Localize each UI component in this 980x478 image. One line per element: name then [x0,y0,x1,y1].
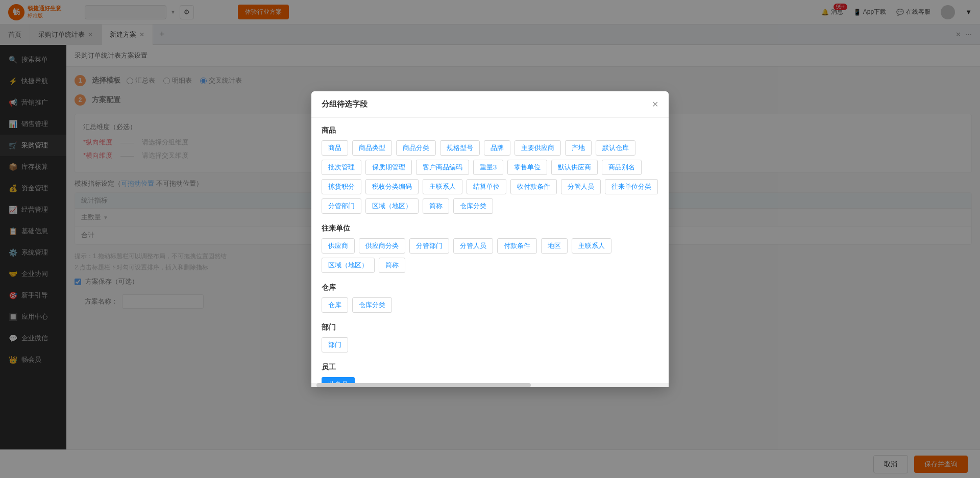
warehouse-fields-grid: 仓库 仓库分类 [322,297,658,313]
field-supplier-category[interactable]: 供应商分类 [359,238,405,254]
field-mgmt-dept[interactable]: 分管部门 [409,238,449,254]
staff-section: 员工 业务员 [322,363,658,383]
department-section: 部门 部门 [322,323,658,353]
field-region-contacts[interactable]: 地区 [541,238,568,254]
field-retail-unit[interactable]: 零售单位 [507,160,547,175]
modal-title: 分组待选字段 [322,99,368,109]
field-payment-condition[interactable]: 付款条件 [497,238,537,254]
field-department[interactable]: 部门 [322,337,348,353]
warehouse-section: 仓库 仓库 仓库分类 [322,283,658,313]
field-warehouse-category-goods[interactable]: 仓库分类 [453,198,493,214]
field-goods-type[interactable]: 商品类型 [352,140,392,156]
field-short-name-contacts[interactable]: 简称 [379,258,405,273]
field-batch-mgmt[interactable]: 批次管理 [322,160,361,175]
field-brand[interactable]: 品牌 [484,140,510,156]
modal-horizontal-scrollbar[interactable] [311,383,669,387]
field-main-contact[interactable]: 主联系人 [423,179,462,194]
field-region-goods[interactable]: 区域（地区） [365,198,419,214]
field-short-name-goods[interactable]: 简称 [423,198,449,214]
field-expiry-mgmt[interactable]: 保质期管理 [365,160,412,175]
field-warehouse-category[interactable]: 仓库分类 [352,297,392,313]
field-customer-code[interactable]: 客户商品编码 [416,160,469,175]
field-payment-terms[interactable]: 收付款条件 [510,179,557,194]
contacts-section: 往来单位 供应商 供应商分类 分管部门 分管人员 付款条件 地区 主联系人 区域… [322,224,658,273]
contacts-section-title: 往来单位 [322,224,658,233]
field-warehouse[interactable]: 仓库 [322,297,348,313]
field-goods-category[interactable]: 商品分类 [396,140,436,156]
field-supplier[interactable]: 供应商 [322,238,355,254]
staff-section-title: 员工 [322,363,658,372]
scrollbar-thumb[interactable] [316,383,531,387]
modal-body[interactable]: 商品 商品 商品类型 商品分类 规格型号 品牌 主要供应商 产地 默认仓库 批次… [311,118,669,383]
field-select-modal: 分组待选字段 ✕ 商品 商品 商品类型 商品分类 规格型号 品牌 主要供应商 产… [311,91,669,387]
field-origin[interactable]: 产地 [565,140,592,156]
modal-close-button[interactable]: ✕ [652,99,658,109]
field-dept[interactable]: 分管部门 [322,198,361,214]
warehouse-section-title: 仓库 [322,283,658,292]
field-area-contacts[interactable]: 区域（地区） [322,258,375,273]
field-supervisor[interactable]: 分管人员 [561,179,601,194]
field-mgmt-person[interactable]: 分管人员 [453,238,493,254]
field-goods[interactable]: 商品 [322,140,348,156]
field-goods-alias[interactable]: 商品别名 [602,160,642,175]
field-default-supplier[interactable]: 默认供应商 [551,160,598,175]
department-section-title: 部门 [322,323,658,332]
field-main-contact-contacts[interactable]: 主联系人 [572,238,611,254]
goods-section-title: 商品 [322,126,658,135]
modal-header: 分组待选字段 ✕ [311,91,669,118]
field-settlement-unit[interactable]: 结算单位 [467,179,506,194]
field-sales-staff[interactable]: 业务员 [322,377,355,383]
field-partner-category[interactable]: 往来单位分类 [605,179,658,194]
staff-fields-grid: 业务员 [322,377,658,383]
field-default-warehouse[interactable]: 默认仓库 [596,140,635,156]
goods-section: 商品 商品 商品类型 商品分类 规格型号 品牌 主要供应商 产地 默认仓库 批次… [322,126,658,214]
field-tax-code[interactable]: 税收分类编码 [365,179,419,194]
field-weight[interactable]: 重量3 [473,160,503,175]
field-spec-model[interactable]: 规格型号 [440,140,480,156]
field-pick-points[interactable]: 拣货积分 [322,179,361,194]
department-fields-grid: 部门 [322,337,658,353]
goods-fields-grid: 商品 商品类型 商品分类 规格型号 品牌 主要供应商 产地 默认仓库 批次管理 … [322,140,658,214]
contacts-fields-grid: 供应商 供应商分类 分管部门 分管人员 付款条件 地区 主联系人 区域（地区） … [322,238,658,273]
field-main-supplier[interactable]: 主要供应商 [514,140,561,156]
